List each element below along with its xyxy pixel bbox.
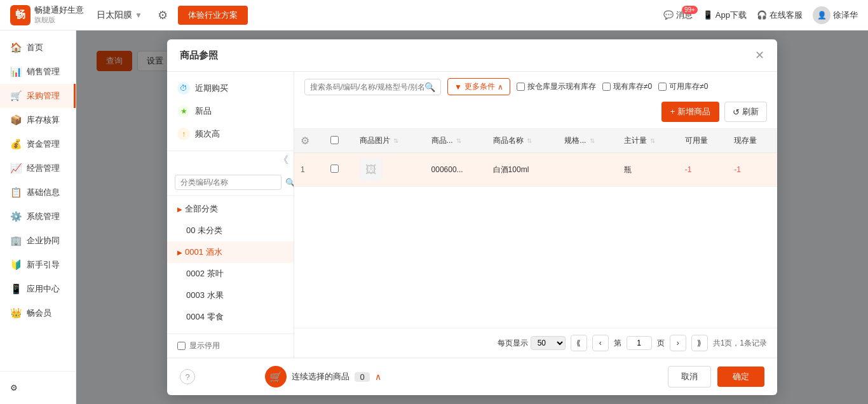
product-reference-modal: 商品参照 ✕ ⏱ 近期购买 ★ 新品	[167, 39, 777, 395]
table-header-row: ⚙ 商品图片 ⇅	[294, 129, 777, 153]
message-nav-item[interactable]: 💬 消息 99+	[663, 10, 693, 21]
first-page-btn[interactable]: ⟪	[571, 335, 587, 351]
by-warehouse-checkbox[interactable]	[517, 83, 525, 91]
category-item-00[interactable]: 00 未分类	[167, 220, 294, 241]
chevron-up-icon: ∧	[498, 83, 503, 91]
refresh-btn[interactable]: ↺ 刷新	[724, 102, 767, 122]
sidebar-item-basic[interactable]: 📋 基础信息	[0, 180, 76, 205]
img-sort-icon: ⇅	[393, 137, 398, 144]
sidebar-item-operation[interactable]: 📈 经营管理	[0, 156, 76, 180]
category-item-all[interactable]: ▶ 全部分类	[167, 198, 294, 220]
category-list: ▶ 全部分类 00 未分类 ▶ 0001 酒水 0002 茶	[167, 196, 294, 333]
th-img: 商品图片 ⇅	[353, 129, 425, 153]
cancel-btn[interactable]: 取消	[668, 366, 711, 387]
sidebar-item-enterprise[interactable]: 🏢 企业协同	[0, 229, 76, 253]
collapse-panel-btn[interactable]: 《	[167, 151, 294, 170]
inventory-icon: 📦	[10, 114, 22, 126]
message-icon: 💬	[663, 10, 674, 20]
cart-icon-btn[interactable]: 🛒	[265, 366, 287, 387]
app-download-nav-item[interactable]: 📱 App下载	[703, 10, 747, 21]
quick-link-recent[interactable]: ⏱ 近期购买	[167, 77, 294, 100]
sidebar-item-apps[interactable]: 📱 应用中心	[0, 277, 76, 301]
show-disabled-row: 显示停用	[167, 333, 294, 358]
sidebar-item-label: 经营管理	[27, 163, 60, 174]
sidebar-item-vip[interactable]: 👑 畅会员	[0, 301, 76, 325]
category-search-icon[interactable]: 🔍	[285, 178, 294, 187]
spec-sort-icon: ⇅	[590, 137, 595, 144]
system-icon: ⚙️	[10, 211, 22, 222]
sidebar-item-sales[interactable]: 📊 销售管理	[0, 60, 76, 84]
td-checkbox[interactable]	[324, 153, 353, 187]
modal-body: ⏱ 近期购买 ★ 新品 ↑ 频次高	[167, 72, 777, 358]
table-settings-icon[interactable]: ⚙	[301, 135, 309, 146]
user-nav-item[interactable]: 👤 徐泽华	[813, 6, 858, 24]
table-row[interactable]: 1 🖼	[294, 153, 777, 187]
operation-icon: 📈	[10, 163, 22, 174]
avatar: 👤	[813, 6, 831, 24]
modal-close-icon[interactable]: ✕	[755, 48, 764, 62]
confirm-btn[interactable]: 确定	[717, 367, 764, 387]
recent-icon: ⏱	[177, 82, 190, 95]
logo-title: 畅捷通好生意	[34, 5, 84, 16]
more-conditions-btn[interactable]: ▼ 更多条件 ∧	[447, 78, 510, 95]
available-nonzero-checkbox[interactable]	[658, 83, 667, 91]
gear-icon[interactable]: ⚙	[153, 5, 173, 25]
refresh-icon: ↺	[733, 107, 740, 117]
nonzero-checkbox[interactable]	[602, 83, 611, 91]
sidebar-settings-btn[interactable]: ⚙	[0, 377, 76, 399]
nav-right: 💬 消息 99+ 📱 App下载 🎧 在线客服 👤 徐泽华	[663, 6, 858, 24]
name-sort-icon: ⇅	[527, 137, 532, 144]
nonzero-checkbox-label[interactable]: 现有库存≠0	[602, 81, 652, 92]
sidebar-item-purchase[interactable]: 🛒 采购管理	[0, 84, 76, 108]
show-disabled-checkbox[interactable]	[177, 342, 186, 350]
headset-icon: 🎧	[757, 10, 767, 20]
service-nav-item[interactable]: 🎧 在线客服	[757, 10, 803, 21]
category-item-0002[interactable]: 0002 茶叶	[167, 263, 294, 285]
th-stock: 现存量	[728, 129, 777, 153]
product-search-input[interactable]	[310, 83, 424, 91]
sidebar-item-label: 系统管理	[27, 211, 60, 222]
by-warehouse-checkbox-label[interactable]: 按仓库显示现有库存	[517, 81, 596, 92]
available-nonzero-checkbox-label[interactable]: 可用库存≠0	[658, 81, 708, 92]
row-checkbox[interactable]	[330, 165, 339, 173]
sidebar-item-inventory[interactable]: 📦 库存核算	[0, 108, 76, 132]
experience-btn[interactable]: 体验行业方案	[178, 6, 248, 25]
logo-area: 畅 畅捷通好生意 旗舰版	[10, 5, 84, 25]
apps-icon: 📱	[10, 283, 22, 295]
filter-icon: ▼	[454, 83, 462, 91]
next-page-btn[interactable]: ›	[670, 335, 686, 351]
category-item-0001[interactable]: ▶ 0001 酒水	[167, 241, 294, 263]
logo-subtitle: 旗舰版	[34, 15, 84, 25]
sidebar-item-label: 销售管理	[27, 66, 60, 77]
sidebar-item-system[interactable]: ⚙️ 系统管理	[0, 205, 76, 229]
last-page-btn[interactable]: ⟫	[691, 335, 708, 351]
phone-icon: 📱	[703, 10, 713, 20]
category-item-0005[interactable]: 0005 饮料	[167, 328, 294, 333]
page-number-input[interactable]	[627, 336, 652, 350]
quick-link-new[interactable]: ★ 新品	[167, 100, 294, 123]
category-item-0003[interactable]: 0003 水果	[167, 285, 294, 306]
page-size-dropdown[interactable]: 50 10 20 100	[531, 336, 566, 350]
store-selector[interactable]: 日太阳膜 ▼	[97, 10, 142, 21]
product-search-wrap: 🔍	[304, 79, 441, 95]
sidebar-item-home[interactable]: 🏠 首页	[0, 36, 76, 60]
add-product-btn[interactable]: + 新增商品	[661, 102, 719, 122]
message-badge: 99+	[682, 6, 698, 14]
sidebar-item-finance[interactable]: 💰 资金管理	[0, 132, 76, 156]
quick-link-freq[interactable]: ↑ 频次高	[167, 123, 294, 145]
toolbar-right: + 新增商品 ↺ 刷新	[661, 102, 767, 122]
footer-collapse-icon[interactable]: ∧	[375, 372, 381, 382]
vip-icon: 👑	[10, 307, 22, 319]
sidebar-item-guide[interactable]: 🔰 新手引导	[0, 253, 76, 277]
th-checkbox	[324, 129, 353, 153]
sales-icon: 📊	[10, 66, 22, 77]
modal-footer: ? 🛒 连续选择的商品 0 ∧ 取消 确定	[167, 358, 777, 395]
category-item-0004[interactable]: 0004 零食	[167, 306, 294, 328]
category-search-input[interactable]	[175, 175, 281, 190]
help-icon[interactable]: ?	[180, 369, 195, 384]
selected-count: 0	[355, 372, 370, 382]
product-search-icon[interactable]: 🔍	[424, 82, 435, 92]
prev-page-btn[interactable]: ‹	[592, 335, 609, 351]
category-search-bar: 🔍	[167, 170, 294, 196]
select-all-checkbox[interactable]	[330, 136, 339, 144]
